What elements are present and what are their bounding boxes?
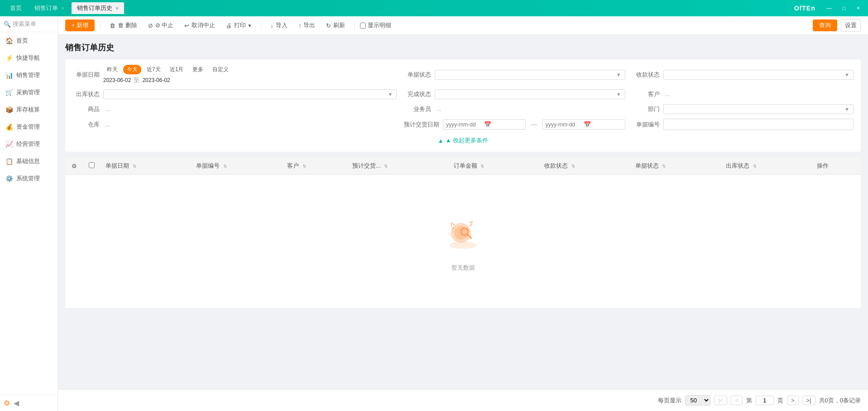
payment-status-select[interactable]: ▼: [663, 70, 854, 80]
sidebar-item-label: 基础信息: [16, 157, 40, 165]
sidebar-settings-icon[interactable]: ⚙: [4, 399, 10, 407]
brand-label: OfTEn: [794, 5, 815, 12]
sidebar-item-purchase[interactable]: 🛒 采购管理: [0, 84, 58, 101]
per-page-label: 每页显示: [658, 396, 681, 405]
page-number-input[interactable]: [756, 396, 774, 405]
close-tab-sales-order[interactable]: ×: [62, 6, 64, 11]
sidebar-item-inventory[interactable]: 📦 库存核算: [0, 101, 58, 118]
collapse-label: ▲ 收起更多条件: [446, 136, 488, 145]
sidebar-search-label: 搜索菜单: [13, 20, 36, 28]
finance-icon: 💰: [5, 123, 13, 131]
date-label: 单据日期: [72, 71, 100, 79]
print-button[interactable]: 🖨 打印 ▼: [222, 19, 255, 31]
settings-button[interactable]: 设置: [841, 19, 861, 32]
th-customer[interactable]: 客户 ⇅: [282, 157, 347, 175]
department-select[interactable]: ▼: [663, 104, 854, 114]
chip-7days[interactable]: 近7天: [143, 65, 164, 74]
close-tab-sales-order-history[interactable]: ×: [116, 6, 119, 11]
goods-picker[interactable]: ...: [103, 104, 112, 114]
cancel-stop-button[interactable]: ↩ 取消中止: [181, 19, 219, 31]
empty-text: 暂无数据: [451, 264, 475, 272]
filter-warehouse: 仓库 ...: [72, 119, 397, 130]
query-button[interactable]: 查询: [813, 19, 837, 31]
sidebar-item-home[interactable]: 🏠 首页: [0, 32, 58, 49]
home-icon: 🏠: [5, 37, 13, 44]
per-page-select[interactable]: 10 20 50 100: [685, 395, 710, 406]
import-button[interactable]: ↓ 导入: [267, 19, 291, 31]
salesperson-picker[interactable]: ...: [435, 104, 443, 114]
sidebar-item-system[interactable]: ⚙️ 系统管理: [0, 170, 58, 187]
prev-page-btn[interactable]: <: [731, 396, 743, 405]
date-end-display: 2023-06-02: [142, 77, 170, 83]
print-icon: 🖨: [226, 22, 232, 29]
collapse-more-btn[interactable]: ▲ ▲ 收起更多条件: [72, 135, 854, 146]
th-delivery-date[interactable]: 预计交货... ⇅: [347, 157, 448, 175]
chevron-down-icon-4: ▼: [616, 92, 621, 97]
delivery-date-end-input[interactable]: [546, 121, 582, 128]
ship-status-select[interactable]: ▼: [103, 89, 397, 99]
th-ship-status[interactable]: 出库状态 ⇅: [720, 157, 811, 175]
last-page-btn[interactable]: >|: [802, 396, 815, 405]
chip-today[interactable]: 今天: [123, 65, 141, 74]
first-page-btn[interactable]: |<: [714, 396, 727, 405]
stop-button[interactable]: ⊘ ⊘ 中止: [144, 19, 177, 31]
refresh-button[interactable]: ↻ 刷新: [322, 19, 349, 31]
chip-more[interactable]: 更多: [189, 65, 207, 74]
sidebar-search[interactable]: 🔍 搜索菜单: [0, 16, 58, 32]
th-settings[interactable]: ⚙: [65, 157, 83, 175]
chip-yesterday[interactable]: 昨天: [103, 65, 121, 74]
sort-icon-bill-number: ⇅: [223, 164, 227, 169]
warehouse-picker[interactable]: ...: [103, 119, 112, 130]
sidebar-item-finance[interactable]: 💰 资金管理: [0, 118, 58, 135]
sales-icon: 📊: [5, 72, 13, 79]
show-detail-checkbox-label[interactable]: 显示明细: [360, 21, 391, 29]
filter-salesperson: 业务员 ...: [404, 104, 625, 114]
customer-picker[interactable]: ...: [663, 89, 672, 99]
close-btn[interactable]: ×: [853, 4, 863, 12]
th-order-amount[interactable]: 订单金额 ⇅: [448, 157, 539, 175]
goods-label: 商品: [72, 105, 100, 113]
tab-sales-order[interactable]: 销售订单 ×: [29, 2, 70, 14]
th-bill-status[interactable]: 单据状态 ⇅: [630, 157, 720, 175]
new-button[interactable]: + 新增: [65, 19, 95, 31]
th-checkbox[interactable]: [83, 157, 100, 175]
minimize-btn[interactable]: —: [823, 4, 835, 12]
sort-icon-delivery: ⇅: [384, 164, 388, 169]
filter-ship-status: 出库状态 ▼: [72, 89, 397, 99]
maximize-btn[interactable]: □: [839, 4, 849, 12]
sidebar-item-operations[interactable]: 📈 经营管理: [0, 135, 58, 153]
operations-icon: 📈: [5, 140, 13, 148]
chip-1month[interactable]: 近1月: [166, 65, 187, 74]
th-payment-status[interactable]: 收款状态 ⇅: [539, 157, 629, 175]
delivery-date-start[interactable]: 📅: [443, 119, 526, 130]
data-table: ⚙ 单据日期 ⇅ 单据编号 ⇅: [65, 157, 861, 308]
next-page-btn[interactable]: >: [787, 396, 799, 405]
delete-icon: 🗑: [110, 22, 115, 29]
tab-bar: 首页 销售订单 × 销售订单历史 ×: [5, 2, 124, 14]
show-detail-checkbox[interactable]: [360, 23, 366, 29]
delete-button[interactable]: 🗑 🗑 删除: [106, 19, 141, 31]
bill-number-input[interactable]: [663, 119, 854, 130]
tab-sales-order-history[interactable]: 销售订单历史 ×: [72, 2, 124, 14]
sidebar-item-quick-nav[interactable]: ⚡ 快捷导航: [0, 49, 58, 67]
complete-status-select[interactable]: ▼: [435, 89, 625, 99]
delivery-date-end[interactable]: 📅: [542, 119, 625, 130]
filter-bill-status: 单据状态 ▼: [404, 70, 625, 80]
sidebar-item-basic-info[interactable]: 📋 基础信息: [0, 153, 58, 170]
cancel-icon: ↩: [184, 22, 189, 29]
chip-custom[interactable]: 自定义: [209, 65, 232, 74]
th-bill-number[interactable]: 单据编号 ⇅: [191, 157, 281, 175]
sidebar-item-label: 采购管理: [16, 88, 40, 97]
delivery-date-start-input[interactable]: [446, 121, 482, 128]
separator: [100, 21, 101, 30]
ship-status-label: 出库状态: [72, 90, 100, 98]
sort-icon-payment: ⇅: [571, 164, 575, 169]
th-bill-date[interactable]: 单据日期 ⇅: [100, 157, 191, 175]
settings-icon[interactable]: ⚙: [72, 163, 77, 169]
export-button[interactable]: ↑ 导出: [295, 19, 319, 31]
sidebar-collapse-icon[interactable]: ◀: [14, 399, 19, 407]
bill-status-select[interactable]: ▼: [435, 70, 625, 80]
select-all-checkbox[interactable]: [89, 162, 95, 168]
tab-home[interactable]: 首页: [5, 2, 27, 14]
sidebar-item-sales[interactable]: 📊 销售管理: [0, 67, 58, 84]
